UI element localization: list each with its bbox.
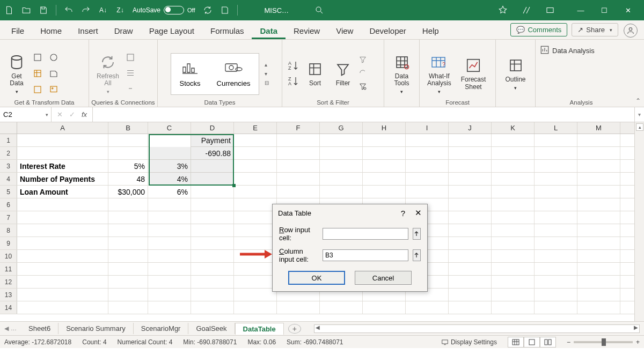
cell-L14[interactable] (535, 301, 577, 314)
cell-M5[interactable] (577, 186, 620, 198)
cell-L11[interactable] (535, 263, 577, 275)
row-header-12[interactable]: 12 (0, 276, 17, 288)
cell-A9[interactable] (17, 237, 108, 249)
cell-L8[interactable] (535, 224, 577, 237)
sort-desc-button[interactable]: ZA (287, 75, 299, 88)
cell-H14[interactable] (363, 301, 406, 314)
cell-I3[interactable] (406, 160, 449, 172)
collapse-ribbon-icon[interactable]: ⌃ (635, 97, 641, 105)
sort-desc-icon[interactable]: Z↓ (115, 5, 125, 15)
horizontal-scrollbar[interactable] (314, 324, 640, 333)
cell-L6[interactable] (535, 198, 577, 211)
cell-K3[interactable] (492, 160, 535, 172)
redo-icon[interactable] (81, 5, 91, 15)
cell-D5[interactable] (191, 186, 234, 198)
row-header-1[interactable]: 1 (0, 134, 17, 146)
sort-asc-icon[interactable]: A↓ (98, 5, 108, 15)
row-header-3[interactable]: 3 (0, 160, 17, 172)
cell-F4[interactable] (277, 173, 320, 185)
tab-formulas[interactable]: Formulas (202, 22, 252, 39)
sheet-tab-sheet6[interactable]: Sheet6 (21, 323, 58, 334)
row-header-6[interactable]: 6 (0, 198, 17, 211)
col-cell-picker-icon[interactable] (413, 249, 421, 261)
column-header-H[interactable]: H (363, 122, 406, 134)
cell-C13[interactable] (148, 289, 191, 301)
cell-L4[interactable] (535, 173, 577, 185)
refresh-all-button[interactable]: Refresh All ▾ (93, 52, 122, 96)
from-table-icon[interactable] (32, 68, 43, 79)
cell-L7[interactable] (535, 211, 577, 224)
cell-C7[interactable] (148, 211, 191, 224)
cell-K7[interactable] (492, 211, 535, 224)
cell-E2[interactable] (234, 147, 277, 159)
autosave-toggle[interactable]: AutoSave Off (133, 6, 195, 14)
ok-button[interactable]: OK (288, 271, 345, 285)
currencies-button[interactable]: Currencies (217, 61, 251, 87)
cell-E11[interactable] (234, 263, 277, 275)
column-header-L[interactable]: L (535, 122, 577, 134)
new-file-icon[interactable] (4, 5, 14, 15)
cell-M7[interactable] (577, 211, 620, 224)
cell-E7[interactable] (234, 211, 277, 224)
page-break-view-button[interactable] (540, 337, 556, 348)
cell-J12[interactable] (449, 276, 492, 288)
cell-L3[interactable] (535, 160, 577, 172)
cell-A1[interactable] (17, 134, 108, 146)
row-header-2[interactable]: 2 (0, 147, 17, 159)
cell-C5[interactable]: 6% (148, 186, 191, 198)
clear-filter-icon[interactable] (358, 55, 367, 65)
what-if-button[interactable]: ? What-If Analysis ▾ (424, 52, 455, 96)
cell-J2[interactable] (449, 147, 492, 159)
cell-F2[interactable] (277, 147, 320, 159)
cell-G14[interactable] (320, 301, 363, 314)
column-header-I[interactable]: I (406, 122, 449, 134)
cell-H4[interactable] (363, 173, 406, 185)
cell-M14[interactable] (577, 301, 620, 314)
cell-L2[interactable] (535, 147, 577, 159)
user-avatar[interactable] (624, 24, 638, 38)
cell-D6[interactable] (191, 198, 234, 211)
save-dropdown-icon[interactable] (220, 5, 230, 15)
save-icon[interactable] (39, 5, 48, 15)
dialog-help-icon[interactable]: ? (401, 209, 405, 218)
expand-formula-icon[interactable]: ▾ (634, 107, 644, 122)
cell-A14[interactable] (17, 301, 108, 314)
cell-J10[interactable] (449, 250, 492, 262)
cell-G3[interactable] (320, 160, 363, 172)
cell-J8[interactable] (449, 224, 492, 237)
tab-file[interactable]: File (3, 22, 32, 39)
cell-E1[interactable] (234, 134, 277, 146)
cell-J11[interactable] (449, 263, 492, 275)
display-settings-button[interactable]: Display Settings (441, 338, 497, 346)
cell-B7[interactable] (108, 211, 148, 224)
datatype-down-icon[interactable]: ▾ (265, 71, 269, 77)
cell-K13[interactable] (492, 289, 535, 301)
properties-icon[interactable] (126, 68, 135, 79)
name-box[interactable]: C2 (0, 107, 52, 122)
cell-D14[interactable] (191, 301, 234, 314)
cell-E4[interactable] (234, 173, 277, 185)
ribbon-display-icon[interactable] (545, 5, 555, 15)
cell-J6[interactable] (449, 198, 492, 211)
cell-D2[interactable]: -690.88 (191, 147, 234, 159)
cell-C6[interactable] (148, 198, 191, 211)
cell-M9[interactable] (577, 237, 620, 249)
cell-M11[interactable] (577, 263, 620, 275)
cell-K6[interactable] (492, 198, 535, 211)
get-data-button[interactable]: Get Data ▾ (4, 52, 29, 96)
cell-A4[interactable]: Number of Payments (17, 173, 108, 185)
cell-G1[interactable] (320, 134, 363, 146)
cell-I14[interactable] (406, 301, 449, 314)
datatype-up-icon[interactable]: ▴ (265, 62, 269, 68)
existing-conn-icon[interactable] (32, 84, 43, 95)
cell-L5[interactable] (535, 186, 577, 198)
cell-A6[interactable] (17, 198, 108, 211)
cell-L10[interactable] (535, 250, 577, 262)
cell-J7[interactable] (449, 211, 492, 224)
cell-K5[interactable] (492, 186, 535, 198)
cell-B13[interactable] (108, 289, 148, 301)
cell-D10[interactable] (191, 250, 234, 262)
close-button[interactable]: ✕ (616, 2, 640, 18)
fx-icon[interactable]: fx (82, 110, 87, 119)
cell-D13[interactable] (191, 289, 234, 301)
